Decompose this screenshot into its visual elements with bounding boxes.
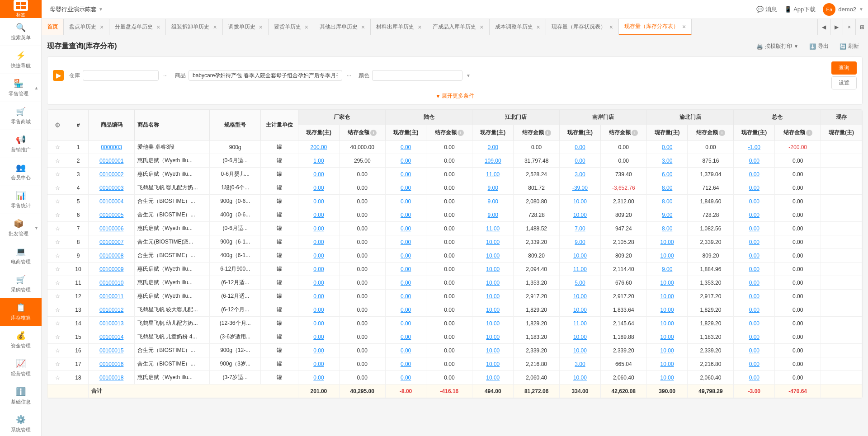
row-code-8[interactable]: 00100008: [89, 249, 135, 263]
query-button[interactable]: 查询: [831, 61, 857, 75]
tab-cost-adjust-close[interactable]: ×: [537, 23, 540, 31]
refresh-btn[interactable]: 🔄 刷新: [836, 41, 863, 52]
row-na-stock-2[interactable]: 3.00: [560, 168, 601, 181]
row-gear-17[interactable]: ☆: [47, 371, 68, 384]
row-na-stock-16[interactable]: 3.00: [560, 357, 601, 371]
row-code-9[interactable]: 00100009: [89, 263, 135, 276]
row-f-stock-3[interactable]: 0.00: [298, 181, 340, 195]
expand-conditions[interactable]: ▼ 展开更多条件: [53, 92, 857, 100]
info-icon-4[interactable]: i: [632, 130, 638, 136]
row-code-17[interactable]: 00100018: [89, 371, 135, 384]
tab-product-in-close[interactable]: ×: [480, 23, 483, 31]
user-area[interactable]: Ea demo2 ▼: [823, 3, 863, 16]
export-btn[interactable]: ⬇️ 导出: [806, 41, 832, 52]
goods-dots[interactable]: ···: [345, 70, 353, 80]
goods-input[interactable]: [189, 70, 342, 81]
tab-other-out[interactable]: 其他出库单历史 ×: [314, 19, 371, 35]
row-gear-5[interactable]: ☆: [47, 208, 68, 222]
row-gear-0[interactable]: ☆: [47, 141, 68, 154]
row-yb-stock-9[interactable]: 9.00: [646, 263, 688, 276]
row-na-stock-7[interactable]: 9.00: [560, 235, 601, 249]
tab-score-stocktake[interactable]: 分量盘点单历史 ×: [109, 19, 166, 35]
tab-group-disassemble-close[interactable]: ×: [213, 23, 217, 31]
row-code-7[interactable]: 00100007: [89, 235, 135, 249]
row-f-stock-2[interactable]: 0.00: [298, 168, 340, 181]
row-yb-stock-8[interactable]: 10.00: [646, 249, 688, 263]
print-btn[interactable]: 🖨️ 按模版打印 ▼: [753, 41, 802, 52]
tab-stock-status[interactable]: 现存量（库存状况表） ×: [546, 19, 619, 35]
sidebar-item-retail-shop[interactable]: 🛒 零售商城: [0, 102, 42, 130]
row-yb-stock-4[interactable]: 8.00: [646, 195, 688, 208]
row-jb-stock-0[interactable]: 0.00: [472, 141, 514, 154]
row-yb-stock-12[interactable]: 10.00: [646, 303, 688, 317]
tab-home[interactable]: 首页: [42, 19, 64, 35]
row-jb-stock-8[interactable]: 10.00: [472, 249, 514, 263]
row-gear-2[interactable]: ☆: [47, 168, 68, 181]
row-gear-8[interactable]: ☆: [47, 249, 68, 263]
sidebar-item-wholesale[interactable]: 📦 批发管理 ▼: [0, 214, 42, 242]
row-l-stock-10[interactable]: 0.00: [385, 276, 426, 290]
row-na-stock-13[interactable]: 11.00: [560, 317, 601, 330]
tab-transfer-close[interactable]: ×: [259, 23, 263, 31]
row-t-stock-9[interactable]: 0.00: [734, 263, 775, 276]
tab-requisition[interactable]: 要货单历史 ×: [269, 19, 314, 35]
row-na-stock-15[interactable]: 10.00: [560, 344, 601, 357]
row-yb-stock-14[interactable]: 10.00: [646, 330, 688, 344]
row-gear-3[interactable]: ☆: [47, 181, 68, 195]
row-na-stock-3[interactable]: -39.00: [560, 181, 601, 195]
row-t-stock-7[interactable]: 0.00: [734, 235, 775, 249]
row-yb-stock-10[interactable]: 10.00: [646, 276, 688, 290]
row-l-stock-0[interactable]: 0.00: [385, 141, 426, 154]
row-code-4[interactable]: 00100004: [89, 195, 135, 208]
tab-cost-adjust[interactable]: 成本调整单历史 ×: [490, 19, 546, 35]
row-f-stock-11[interactable]: 0.00: [298, 290, 340, 303]
row-f-stock-4[interactable]: 0.00: [298, 195, 340, 208]
row-gear-10[interactable]: ☆: [47, 276, 68, 290]
row-t-stock-12[interactable]: 0.00: [734, 303, 775, 317]
tab-group-disassemble[interactable]: 组装拆卸单历史 ×: [166, 19, 222, 35]
row-jb-stock-3[interactable]: 9.00: [472, 181, 514, 195]
tab-material-out[interactable]: 材料出库单历史 ×: [371, 19, 427, 35]
row-jb-stock-15[interactable]: 10.00: [472, 344, 514, 357]
row-na-stock-6[interactable]: 7.00: [560, 222, 601, 235]
row-f-stock-13[interactable]: 0.00: [298, 317, 340, 330]
sidebar-item-nav[interactable]: ⚡ 快捷导航: [0, 46, 42, 74]
row-code-11[interactable]: 00100011: [89, 290, 135, 303]
row-yb-stock-17[interactable]: 10.00: [646, 371, 688, 384]
setting-button[interactable]: 设置: [831, 76, 857, 89]
sidebar-item-search[interactable]: 🔍 搜索英单: [0, 18, 42, 46]
row-jb-stock-17[interactable]: 10.00: [472, 371, 514, 384]
row-l-stock-15[interactable]: 0.00: [385, 344, 426, 357]
row-l-stock-2[interactable]: 0.00: [385, 168, 426, 181]
row-na-stock-1[interactable]: 0.00: [560, 154, 601, 168]
sidebar-item-finance[interactable]: 💰 资金管理: [0, 326, 42, 354]
tab-product-in[interactable]: 产成品入库单历史 ×: [427, 19, 489, 35]
row-na-stock-14[interactable]: 10.00: [560, 330, 601, 344]
row-gear-4[interactable]: ☆: [47, 195, 68, 208]
row-l-stock-11[interactable]: 0.00: [385, 290, 426, 303]
row-na-stock-0[interactable]: 0.00: [560, 141, 601, 154]
row-f-stock-7[interactable]: 0.00: [298, 235, 340, 249]
row-code-6[interactable]: 00100006: [89, 222, 135, 235]
row-f-stock-1[interactable]: 1.00: [298, 154, 340, 168]
message-btn[interactable]: 💬 消息: [756, 5, 777, 14]
info-icon-6[interactable]: i: [806, 130, 812, 136]
row-yb-stock-6[interactable]: 8.00: [646, 222, 688, 235]
row-l-stock-13[interactable]: 0.00: [385, 317, 426, 330]
row-na-stock-4[interactable]: 10.00: [560, 195, 601, 208]
tab-score-stocktake-close[interactable]: ×: [156, 23, 160, 31]
row-jb-stock-16[interactable]: 10.00: [472, 357, 514, 371]
row-f-stock-9[interactable]: 0.00: [298, 263, 340, 276]
warehouse-dots[interactable]: ···: [161, 70, 170, 80]
tab-next-btn[interactable]: ▶: [830, 19, 843, 35]
row-f-stock-12[interactable]: 0.00: [298, 303, 340, 317]
row-code-5[interactable]: 00100005: [89, 208, 135, 222]
row-code-10[interactable]: 00100010: [89, 276, 135, 290]
gear-icon[interactable]: ⚙: [55, 122, 61, 129]
row-gear-13[interactable]: ☆: [47, 317, 68, 330]
row-t-stock-8[interactable]: 0.00: [734, 249, 775, 263]
row-yb-stock-16[interactable]: 10.00: [646, 357, 688, 371]
row-t-stock-16[interactable]: 0.00: [734, 357, 775, 371]
row-l-stock-1[interactable]: 0.00: [385, 154, 426, 168]
row-na-stock-8[interactable]: 10.00: [560, 249, 601, 263]
